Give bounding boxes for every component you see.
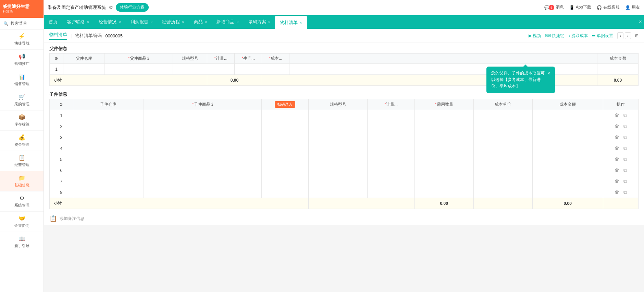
parent-cell-unit-1[interactable]	[207, 64, 235, 75]
child-spec-7[interactable]	[309, 176, 368, 187]
copy-btn-8[interactable]: ⧉	[622, 189, 628, 196]
tab-product[interactable]: 商品 ×	[189, 15, 212, 29]
child-qty-3[interactable]	[414, 132, 473, 143]
child-warehouse-3[interactable]	[73, 132, 144, 143]
parent-cell-prod-1[interactable]	[235, 64, 262, 75]
copy-btn-5[interactable]: ⧉	[622, 156, 628, 163]
child-price-4[interactable]	[473, 143, 532, 154]
child-warehouse-8[interactable]	[73, 187, 144, 198]
copy-btn-7[interactable]: ⧉	[622, 178, 628, 185]
tab-operations[interactable]: 经营情况 ×	[94, 15, 125, 29]
child-product-3[interactable]	[144, 132, 262, 143]
close-all-tabs[interactable]: ×	[637, 19, 644, 25]
parent-cell-spec-1[interactable]	[173, 64, 207, 75]
delete-btn-4[interactable]: 🗑	[613, 145, 621, 152]
child-unit-5[interactable]	[368, 154, 415, 165]
child-product-5[interactable]	[144, 154, 262, 165]
tab-history[interactable]: 经营历程 ×	[157, 15, 189, 29]
tab-profit[interactable]: 利润报告 ×	[126, 15, 157, 29]
child-product-4[interactable]	[144, 143, 262, 154]
next-btn[interactable]: ›	[625, 32, 631, 39]
tooltip-close-btn[interactable]: ×	[547, 70, 550, 77]
child-warehouse-2[interactable]	[73, 121, 144, 132]
child-unit-3[interactable]	[368, 132, 415, 143]
parent-cell-warehouse-1[interactable]	[63, 64, 104, 75]
child-spec-3[interactable]	[309, 132, 368, 143]
delete-btn-6[interactable]: 🗑	[613, 167, 621, 174]
child-price-8[interactable]	[473, 187, 532, 198]
child-unit-6[interactable]	[368, 165, 415, 176]
child-price-7[interactable]	[473, 176, 532, 187]
child-product-1[interactable]	[144, 110, 262, 121]
delete-btn-7[interactable]: 🗑	[613, 178, 621, 185]
sidebar-item-sales[interactable]: 📊 销售管理	[0, 70, 44, 90]
parent-cell-product-1[interactable]	[104, 64, 173, 75]
sub-tab-bom-code[interactable]: 物料清单编码	[75, 33, 102, 39]
child-qty-8[interactable]	[414, 187, 473, 198]
delete-btn-2[interactable]: 🗑	[613, 123, 621, 130]
sidebar-item-finance[interactable]: 💰 资金管理	[0, 131, 44, 151]
child-qty-2[interactable]	[414, 121, 473, 132]
child-price-5[interactable]	[473, 154, 532, 165]
child-spec-6[interactable]	[309, 165, 368, 176]
copy-btn-2[interactable]: ⧉	[622, 123, 628, 130]
child-price-6[interactable]	[473, 165, 532, 176]
sidebar-search[interactable]: 🔍 搜索菜单	[0, 18, 44, 30]
trial-button[interactable]: 体验行业方案	[116, 3, 149, 12]
child-warehouse-6[interactable]	[73, 165, 144, 176]
sidebar-item-quicknav[interactable]: ⚡ 快捷导航	[0, 30, 44, 50]
child-qty-7[interactable]	[414, 176, 473, 187]
child-price-2[interactable]	[473, 121, 532, 132]
tab-customer-close[interactable]: ×	[87, 20, 89, 24]
extract-cost-link[interactable]: ↓ 提取成本	[568, 33, 588, 39]
child-warehouse-1[interactable]	[73, 110, 144, 121]
child-spec-1[interactable]	[309, 110, 368, 121]
single-setting-link[interactable]: ☰ 单据设置	[592, 33, 613, 39]
delete-btn-8[interactable]: 🗑	[613, 189, 621, 196]
delete-btn-1[interactable]: 🗑	[613, 112, 621, 119]
child-qty-6[interactable]	[414, 165, 473, 176]
grid-icon[interactable]: ⊞	[635, 33, 639, 38]
child-spec-5[interactable]	[309, 154, 368, 165]
child-warehouse-7[interactable]	[73, 176, 144, 187]
video-link[interactable]: ▶ 视频	[529, 33, 541, 39]
tab-bom[interactable]: 物料清单 ×	[275, 16, 307, 29]
scan-button[interactable]: 扫码录入	[275, 101, 295, 108]
child-warehouse-5[interactable]	[73, 154, 144, 165]
tab-profit-close[interactable]: ×	[150, 20, 152, 24]
message-group[interactable]: 💬 6 消息	[544, 4, 564, 10]
delete-btn-5[interactable]: 🗑	[613, 156, 621, 163]
delete-btn-3[interactable]: 🗑	[613, 134, 621, 141]
sidebar-item-basic-info[interactable]: 📁 基础信息	[0, 171, 44, 191]
prev-btn[interactable]: ‹	[617, 32, 623, 39]
child-qty-4[interactable]	[414, 143, 473, 154]
child-unit-4[interactable]	[368, 143, 415, 154]
child-th-gear[interactable]: ⚙	[50, 99, 73, 110]
tab-bom-close[interactable]: ×	[300, 21, 302, 25]
sidebar-item-guide[interactable]: 📖 新手引导	[0, 232, 44, 252]
child-unit-7[interactable]	[368, 176, 415, 187]
tab-history-close[interactable]: ×	[182, 20, 184, 24]
child-qty-5[interactable]	[414, 154, 473, 165]
online-service-group[interactable]: 🎧 在线客服	[597, 4, 620, 10]
child-spec-4[interactable]	[309, 143, 368, 154]
sidebar-item-purchase[interactable]: 🛒 采购管理	[0, 90, 44, 110]
child-product-2[interactable]	[144, 121, 262, 132]
copy-btn-1[interactable]: ⧉	[622, 112, 628, 119]
copy-btn-3[interactable]: ⧉	[622, 134, 628, 141]
note-icon[interactable]: 📋	[49, 215, 57, 222]
child-qty-1[interactable]	[414, 110, 473, 121]
child-product-8[interactable]	[144, 187, 262, 198]
sidebar-item-cooperation[interactable]: 🤝 企业协同	[0, 212, 44, 232]
copy-btn-4[interactable]: ⧉	[622, 145, 628, 152]
child-unit-1[interactable]	[368, 110, 415, 121]
child-spec-8[interactable]	[309, 187, 368, 198]
tab-barcode[interactable]: 条码方案 ×	[244, 15, 275, 29]
shortcut-link[interactable]: ⌨ 快捷键	[545, 33, 564, 39]
tab-new-product[interactable]: 新增商品 ×	[212, 15, 243, 29]
child-unit-2[interactable]	[368, 121, 415, 132]
tab-product-close[interactable]: ×	[205, 20, 207, 24]
app-download-group[interactable]: 📱 App下载	[569, 4, 591, 10]
child-warehouse-4[interactable]	[73, 143, 144, 154]
child-product-7[interactable]	[144, 176, 262, 187]
